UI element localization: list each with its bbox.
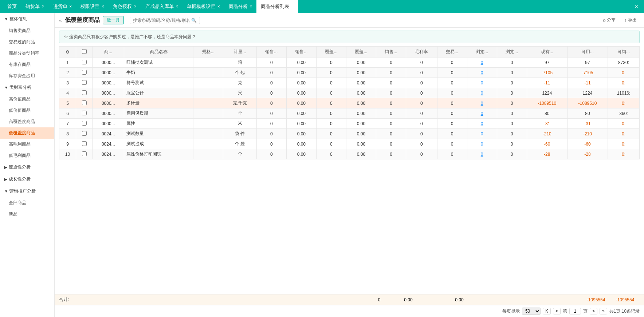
col-sales-other[interactable]: 销售... (376, 47, 406, 58)
row-checkbox[interactable] (76, 88, 93, 98)
row-checkbox[interactable] (76, 149, 93, 159)
row-browse1[interactable]: 0 (467, 149, 497, 159)
row-sales-other: 0 (376, 119, 406, 129)
sidebar-item-low-coverage[interactable]: 低覆盖度商品 (0, 127, 54, 139)
nav-product-analysis[interactable]: 商品分析 × (224, 0, 257, 13)
sidebar-item-category-rate[interactable]: 商品分类动销率 (0, 48, 54, 59)
col-settings[interactable]: ⚙ (59, 47, 76, 58)
nav-roles-close[interactable]: × (134, 4, 137, 9)
col-sales-qty[interactable]: 销售... (256, 47, 286, 58)
row-name[interactable]: 测试提成 (124, 139, 193, 149)
page-size-select[interactable]: 20 50 100 200 (522, 308, 541, 315)
col-saleable[interactable]: 可销... (608, 47, 640, 58)
row-name[interactable]: 符号测试 (124, 78, 193, 88)
share-button[interactable]: ⎋ 分享 (600, 17, 619, 23)
export-button[interactable]: ↑ 导出 (621, 17, 640, 23)
row-checkbox[interactable] (76, 58, 93, 68)
nav-permissions[interactable]: 权限设置 × (76, 0, 109, 13)
window-close-button[interactable]: × (632, 3, 641, 10)
row-name[interactable]: 服宝公仔 (124, 88, 193, 98)
row-checkbox[interactable] (76, 98, 93, 108)
nav-product-analysis-list[interactable]: 商品分析列表 × (256, 0, 298, 13)
search-input[interactable] (133, 18, 191, 23)
row-browse1[interactable]: 0 (467, 119, 497, 129)
col-code[interactable]: 商... (93, 47, 124, 58)
row-checkbox[interactable] (76, 119, 93, 129)
date-filter-button[interactable]: 近一月 (103, 16, 124, 24)
col-trade[interactable]: 交易... (437, 47, 467, 58)
nav-product-analysis-list-close[interactable]: × (291, 4, 294, 9)
page-number-input[interactable] (569, 308, 581, 314)
search-icon[interactable]: 🔍 (191, 18, 197, 23)
nav-inventory[interactable]: 产成品入库单 × (141, 0, 183, 13)
row-checkbox[interactable] (76, 78, 93, 88)
row-browse1[interactable]: 0 (467, 58, 497, 68)
row-name[interactable]: 测试数量 (124, 129, 193, 139)
nav-purchase[interactable]: 进货单 × (49, 0, 76, 13)
row-browse1[interactable]: 0 (467, 139, 497, 149)
nav-permissions-close[interactable]: × (102, 4, 104, 9)
row-name[interactable]: 多计量 (124, 98, 193, 108)
row-browse1[interactable]: 0 (467, 88, 497, 98)
col-coverage2[interactable]: 覆盖... (346, 47, 376, 58)
nav-purchase-close[interactable]: × (69, 4, 72, 9)
sidebar-item-all-goods[interactable]: 全部商品 (0, 197, 54, 209)
sidebar-item-low-value[interactable]: 低价值商品 (0, 105, 54, 116)
sidebar-section-liquidity[interactable]: ▶ 流通性分析 (0, 161, 54, 173)
sidebar-item-stocked-goods[interactable]: 有库存商品 (0, 59, 54, 70)
row-checkbox[interactable] (76, 139, 93, 149)
collapse-sidebar-button[interactable]: « (59, 17, 62, 23)
row-name[interactable]: 属性 (124, 119, 193, 129)
col-checkbox[interactable] (76, 47, 93, 58)
row-checkbox[interactable] (76, 129, 93, 139)
sidebar-item-high-coverage[interactable]: 高覆盖度商品 (0, 116, 54, 127)
sidebar-section-wealth[interactable]: ▼ 类财富分析 (0, 82, 54, 94)
row-checkbox[interactable] (76, 68, 93, 78)
row-no: 2 (59, 68, 76, 78)
nav-sales-close[interactable]: × (42, 4, 44, 9)
row-name[interactable]: 牛奶 (124, 68, 193, 78)
nav-template-close[interactable]: × (217, 4, 220, 9)
col-unit[interactable]: 计量... (223, 47, 256, 58)
sidebar-item-high-margin[interactable]: 高毛利商品 (0, 139, 54, 150)
nav-template[interactable]: 单据模板设置 × (182, 0, 224, 13)
row-name[interactable]: 启用保质期 (124, 108, 193, 119)
row-browse1[interactable]: 0 (467, 98, 497, 108)
table-wrapper[interactable]: ⚙ 商... 商品名称 规格... 计量... 销售... 销售... 覆盖..… (55, 46, 644, 294)
first-page-button[interactable]: K (543, 308, 551, 314)
col-sales-amt[interactable]: 销售... (286, 47, 316, 58)
sidebar-item-low-margin[interactable]: 低毛利商品 (0, 150, 54, 161)
last-page-button[interactable]: » (600, 308, 607, 314)
col-current-stock[interactable]: 现有... (527, 47, 567, 58)
col-name[interactable]: 商品名称 (124, 47, 193, 58)
sidebar-item-high-value[interactable]: 高价值商品 (0, 94, 54, 105)
select-all-checkbox[interactable] (82, 49, 87, 54)
nav-home[interactable]: 首页 (3, 0, 21, 13)
nav-roles[interactable]: 角色授权 × (109, 0, 141, 13)
sidebar-section-growth[interactable]: ▶ 成长性分析 (0, 173, 54, 185)
col-coverage1[interactable]: 覆盖... (316, 47, 346, 58)
col-available-stock[interactable]: 可用... (567, 47, 608, 58)
nav-inventory-close[interactable]: × (176, 4, 178, 9)
nav-product-analysis-close[interactable]: × (250, 4, 252, 9)
col-gross-margin[interactable]: 毛利率 (406, 47, 437, 58)
row-browse1[interactable]: 0 (467, 68, 497, 78)
sidebar-section-overall[interactable]: ▼ 整体信息 (0, 13, 54, 25)
sidebar-item-traded-goods[interactable]: 交易过的商品 (0, 36, 54, 48)
sidebar-item-new-goods[interactable]: 新品 (0, 209, 54, 220)
row-browse1[interactable]: 0 (467, 108, 497, 119)
sidebar-item-inventory-fund[interactable]: 库存资金占用 (0, 70, 54, 82)
row-name[interactable]: 属性价格打印测试 (124, 149, 193, 159)
sidebar-section-marketing[interactable]: ▼ 营销推广分析 (0, 185, 54, 197)
col-browse1[interactable]: 浏览... (467, 47, 497, 58)
col-spec[interactable]: 规格... (193, 47, 223, 58)
row-checkbox[interactable] (76, 108, 93, 119)
row-name[interactable]: 旺辅批次测试 (124, 58, 193, 68)
row-browse1[interactable]: 0 (467, 129, 497, 139)
prev-page-button[interactable]: < (553, 308, 561, 314)
row-browse1[interactable]: 0 (467, 78, 497, 88)
sidebar-item-sales-goods[interactable]: 销售类商品 (0, 25, 54, 36)
next-page-button[interactable]: > (590, 308, 597, 314)
nav-sales[interactable]: 销货单 × (21, 0, 49, 13)
col-browse2[interactable]: 浏览... (497, 47, 527, 58)
